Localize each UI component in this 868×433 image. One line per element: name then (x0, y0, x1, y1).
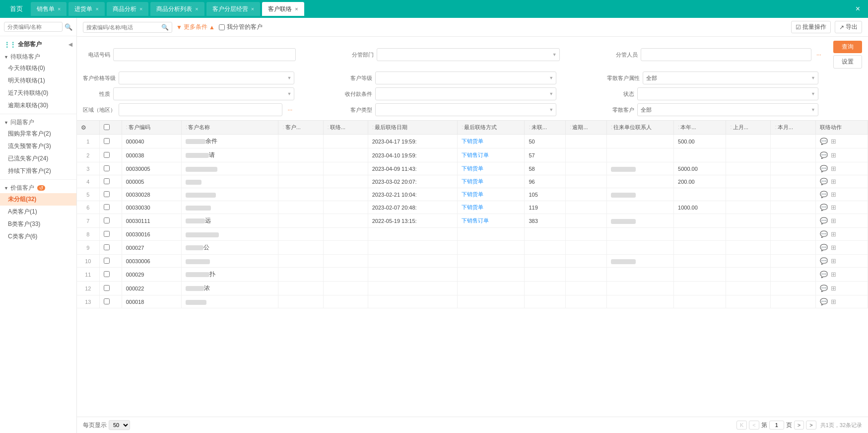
tab-customer-tier[interactable]: 客户分层经营 × (206, 2, 260, 16)
first-page-button[interactable]: K (736, 421, 747, 430)
row-checkbox-cell[interactable] (99, 201, 122, 214)
row-checkbox[interactable] (104, 178, 110, 184)
col-name[interactable]: :客户名称 (181, 121, 278, 135)
sidebar-search-icon[interactable]: 🔍 (65, 23, 72, 31)
sidebar-item-declining[interactable]: 持续下滑客户(2) (0, 165, 76, 177)
status-select[interactable] (637, 87, 818, 100)
select-all-checkbox[interactable] (104, 124, 110, 130)
retail-customer-select[interactable]: 全部 (637, 103, 818, 116)
col-last-date[interactable]: :最后联络日期 (368, 121, 457, 135)
batch-operation-button[interactable]: ☑ 批量操作 (791, 21, 831, 33)
grid-action-icon[interactable]: ⊞ (831, 217, 836, 224)
col-overdue[interactable]: :逾期... (566, 121, 607, 135)
prev-page-button[interactable]: < (749, 421, 759, 430)
sidebar-item-hoarding-abnormal[interactable]: 囤购异常客户(2) (0, 128, 76, 140)
row-checkbox-cell[interactable] (99, 268, 122, 282)
row-checkbox[interactable] (104, 204, 110, 210)
window-close-button[interactable]: × (852, 4, 864, 13)
chat-icon[interactable]: 💬 (820, 178, 828, 185)
row-checkbox-cell[interactable] (99, 135, 122, 148)
reset-button[interactable]: 设置 (833, 55, 862, 69)
row-checkbox-cell[interactable] (99, 255, 122, 268)
close-icon[interactable]: × (139, 6, 142, 12)
last-contact-method[interactable]: 下销售订单 (458, 148, 525, 162)
tab-customer-contact[interactable]: 客户联络 × (262, 2, 304, 16)
chat-icon[interactable]: 💬 (820, 298, 828, 305)
chat-icon[interactable]: 💬 (820, 244, 828, 251)
last-contact-method[interactable]: 下销货单 (458, 162, 525, 175)
grid-action-icon[interactable]: ⊞ (831, 165, 836, 172)
col-last-method[interactable]: :最后联络方式 (458, 121, 525, 135)
row-checkbox[interactable] (104, 285, 110, 291)
col-uncontact[interactable]: :未联... (525, 121, 566, 135)
price-level-select[interactable] (119, 72, 294, 84)
last-contact-method[interactable]: 下销售订单 (458, 214, 525, 228)
col-type[interactable]: :客户... (278, 121, 323, 135)
row-checkbox[interactable] (104, 191, 110, 197)
grid-action-icon[interactable]: ⊞ (831, 285, 836, 292)
close-icon[interactable]: × (295, 6, 298, 12)
customer-level-select[interactable] (375, 72, 556, 84)
grid-action-icon[interactable]: ⊞ (831, 204, 836, 211)
chat-icon[interactable]: 💬 (820, 151, 828, 159)
chat-icon[interactable]: 💬 (820, 257, 828, 265)
sidebar-item-7days[interactable]: 近7天待联络(0) (0, 87, 76, 99)
row-checkbox-cell[interactable] (99, 214, 122, 228)
more-conditions-btn[interactable]: ▼ 更多条件 ▲ (176, 23, 215, 31)
region-input[interactable] (119, 103, 282, 116)
row-checkbox[interactable] (104, 258, 110, 264)
filter-search-icon[interactable]: 🔍 (161, 24, 169, 31)
customer-type-select[interactable] (375, 103, 556, 116)
row-checkbox-cell[interactable] (99, 175, 122, 188)
sidebar-search-input[interactable] (4, 22, 63, 32)
col-contact-person[interactable]: :往来单位联系人 (606, 121, 673, 135)
row-checkbox[interactable] (104, 138, 110, 144)
row-checkbox[interactable] (104, 217, 110, 223)
grid-action-icon[interactable]: ⊞ (831, 271, 836, 278)
col-settings[interactable]: ⚙ (77, 121, 99, 135)
last-contact-method[interactable]: 下销货单 (458, 201, 525, 214)
export-button[interactable]: ↗ 导出 (835, 21, 862, 33)
tab-product-analysis[interactable]: 商品分析 × (107, 2, 148, 16)
sidebar-item-churned[interactable]: 已流失客户(24) (0, 152, 76, 165)
row-checkbox-cell[interactable] (99, 148, 122, 162)
grid-action-icon[interactable]: ⊞ (831, 151, 836, 159)
sidebar-item-class-c[interactable]: C类客户(6) (0, 230, 76, 243)
nature-select[interactable] (113, 87, 294, 100)
my-customers-checkbox[interactable]: 我分管的客户 (219, 23, 263, 31)
close-icon[interactable]: × (95, 6, 98, 12)
query-button[interactable]: 查询 (833, 41, 862, 53)
row-checkbox[interactable] (104, 271, 110, 277)
payment-select[interactable] (375, 87, 556, 100)
col-this-month[interactable]: :本月... (771, 121, 815, 135)
sidebar-item-overdue[interactable]: 逾期未联络(30) (0, 99, 76, 112)
chat-icon[interactable]: 💬 (820, 191, 828, 198)
filter-search-input[interactable] (86, 24, 159, 30)
last-page-button[interactable]: > (806, 421, 816, 430)
chat-icon[interactable]: 💬 (820, 217, 828, 224)
phone-input[interactable] (113, 48, 296, 61)
row-checkbox[interactable] (104, 244, 110, 250)
tab-sales[interactable]: 销售单 × (31, 2, 67, 16)
col-this-year[interactable]: :本年... (674, 121, 726, 135)
grid-action-icon[interactable]: ⊞ (831, 257, 836, 265)
person-more-icon[interactable]: ··· (814, 51, 823, 58)
close-icon[interactable]: × (195, 6, 198, 12)
home-tab[interactable]: 首页 (4, 4, 29, 13)
last-contact-method[interactable]: 下销货单 (458, 175, 525, 188)
row-checkbox[interactable] (104, 231, 110, 237)
retail-attr-select[interactable]: 全部 (643, 72, 818, 84)
row-checkbox[interactable] (104, 298, 110, 304)
last-contact-method[interactable]: 下销货单 (458, 135, 525, 148)
col-code[interactable]: :客户编码 (122, 121, 181, 135)
next-page-button[interactable]: > (794, 421, 804, 430)
grid-action-icon[interactable]: ⊞ (831, 191, 836, 198)
chat-icon[interactable]: 💬 (820, 204, 828, 211)
collapse-icon[interactable]: ◀ (68, 42, 72, 47)
person-input[interactable] (641, 48, 811, 61)
page-number-input[interactable] (769, 421, 784, 430)
col-last-month[interactable]: :上月... (726, 121, 771, 135)
row-checkbox-cell[interactable] (99, 228, 122, 241)
row-checkbox-cell[interactable] (99, 241, 122, 255)
grid-action-icon[interactable]: ⊞ (831, 178, 836, 185)
